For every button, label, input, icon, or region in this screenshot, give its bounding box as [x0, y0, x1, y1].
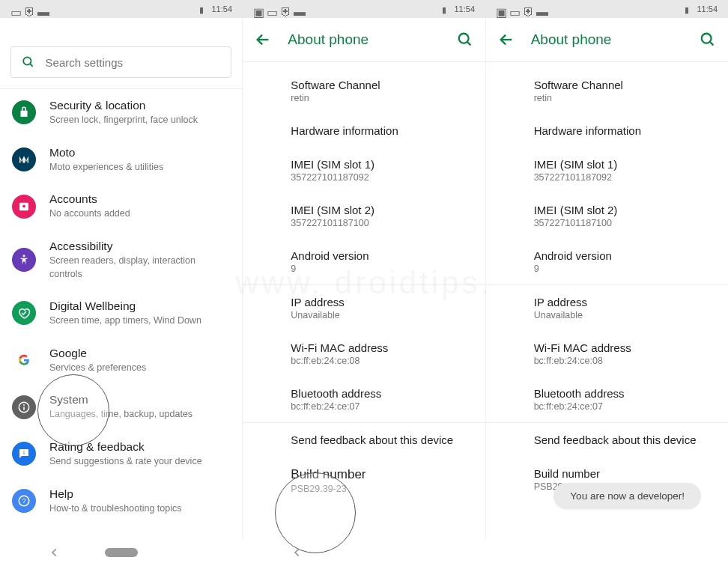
battery-icon: ▮ [199, 5, 207, 13]
about-value: retin [534, 93, 716, 103]
about-title: Android version [291, 249, 473, 262]
about-value: bc:ff:eb:24:ce:07 [534, 401, 716, 412]
about-item-bluetooth-address[interactable]: Bluetooth addressbc:ff:eb:24:ce:07 [291, 377, 485, 422]
about-panel-2: About phone Software ChannelretinHardwar… [486, 18, 728, 539]
message-icon: ▬ [294, 5, 301, 13]
screenshot-icon: ▭ [267, 5, 274, 13]
settings-item-accessibility[interactable]: Accessibility Screen readers, display, i… [0, 230, 242, 290]
nav-bar [0, 539, 728, 566]
clock-text: 11:54 [211, 4, 232, 13]
about-value: 357227101187100 [534, 218, 716, 228]
svg-text:?: ? [22, 497, 25, 505]
settings-item-google[interactable]: Google Services & preferences [0, 337, 242, 384]
about-title: Software Channel [534, 79, 716, 91]
battery-icon: ▮ [442, 5, 449, 13]
about-item-wi-fi-mac-address[interactable]: Wi-Fi MAC addressbc:ff:eb:24:ce:08 [291, 331, 485, 377]
settings-item-moto[interactable]: Moto Moto experiences & utilities [0, 136, 242, 183]
about-title: IMEI (SIM slot 2) [534, 204, 716, 216]
settings-item-accounts[interactable]: Accounts No accounts added [0, 183, 242, 230]
accessibility-icon [12, 248, 36, 272]
about-item-build-number[interactable]: Build numberPSB29.39-23 [291, 457, 485, 505]
about-item-bluetooth-address[interactable]: Bluetooth addressbc:ff:eb:24:ce:07 [534, 377, 728, 422]
about-value: PSB29.39-23 [291, 484, 473, 494]
settings-item-digital-wellbeing[interactable]: Digital Wellbeing Screen time, app timer… [0, 290, 242, 337]
about-value: bc:ff:eb:24:ce:07 [291, 401, 473, 412]
about-item-ip-address[interactable]: IP addressUnavailable [534, 285, 728, 331]
item-title: Rating & feedback [49, 439, 230, 454]
about-item-hardware-information[interactable]: Hardware information [534, 114, 728, 147]
about-item-send-feedback-about-this-device[interactable]: Send feedback about this device [291, 423, 485, 457]
svg-point-13 [458, 34, 468, 43]
image-icon: ▣ [496, 5, 503, 13]
image-icon: ▣ [253, 5, 261, 13]
developer-toast: You are now a developer! [553, 483, 701, 509]
svg-point-6 [23, 404, 25, 406]
about-item-imei-sim-slot-1-[interactable]: IMEI (SIM slot 1)357227101187092 [291, 147, 485, 193]
settings-item-help[interactable]: ? Help How-to & troubleshooting topics [0, 478, 242, 525]
shield-icon: ⛨ [523, 5, 530, 13]
svg-line-1 [30, 64, 33, 67]
item-title: Digital Wellbeing [49, 299, 230, 314]
settings-item-system[interactable]: System Languages, time, backup, updates [0, 383, 242, 430]
about-title: IMEI (SIM slot 1) [534, 158, 716, 171]
about-item-ip-address[interactable]: IP addressUnavailable [291, 285, 485, 331]
about-item-software-channel[interactable]: Software Channelretin [534, 68, 728, 114]
settings-item-rating-feedback[interactable]: Rating & feedback Send suggestions & rat… [0, 430, 242, 478]
about-item-android-version[interactable]: Android version9 [291, 239, 485, 284]
item-title: Moto [49, 145, 230, 160]
about-item-android-version[interactable]: Android version9 [534, 239, 728, 284]
about-panel-1: About phone Software ChannelretinHardwar… [243, 18, 485, 539]
settings-panel: Security & location Screen lock, fingerp… [0, 18, 243, 539]
about-list[interactable]: Software ChannelretinHardware informatio… [486, 62, 728, 539]
search-icon[interactable] [457, 31, 473, 48]
search-icon [22, 55, 35, 70]
svg-point-3 [22, 204, 25, 207]
about-item-software-channel[interactable]: Software Channelretin [291, 68, 485, 114]
search-box[interactable] [10, 46, 231, 78]
search-input[interactable] [46, 56, 221, 69]
svg-point-0 [23, 57, 31, 64]
about-title: Build number [534, 467, 716, 480]
about-list[interactable]: Software ChannelretinHardware informatio… [243, 62, 485, 539]
search-icon[interactable] [700, 31, 716, 48]
page-title: About phone [288, 31, 440, 48]
settings-list[interactable]: Security & location Screen lock, fingerp… [0, 89, 242, 539]
item-subtitle: Services & preferences [49, 362, 230, 375]
svg-point-16 [702, 34, 712, 43]
item-title: System [49, 392, 230, 407]
message-icon: ▬ [536, 5, 544, 13]
svg-point-4 [23, 255, 25, 257]
lock-icon [12, 100, 36, 124]
back-icon[interactable] [498, 31, 515, 48]
message-icon: ▬ [37, 5, 45, 13]
about-item-imei-sim-slot-2-[interactable]: IMEI (SIM slot 2)357227101187100 [534, 193, 728, 239]
about-value: 357227101187100 [291, 218, 473, 228]
back-icon[interactable] [255, 31, 271, 48]
item-title: Help [49, 487, 230, 502]
item-title: Accounts [49, 192, 230, 207]
help-icon: ? [12, 489, 36, 513]
about-item-hardware-information[interactable]: Hardware information [291, 114, 485, 147]
item-subtitle: Screen time, app timers, Wind Down [49, 314, 230, 328]
about-title: IMEI (SIM slot 1) [291, 158, 473, 171]
about-item-send-feedback-about-this-device[interactable]: Send feedback about this device [534, 423, 728, 457]
about-title: Android version [534, 249, 716, 262]
about-item-wi-fi-mac-address[interactable]: Wi-Fi MAC addressbc:ff:eb:24:ce:08 [534, 331, 728, 377]
about-title: IP address [291, 296, 473, 308]
accounts-icon [12, 195, 36, 219]
item-title: Google [49, 346, 230, 361]
info-icon [12, 395, 36, 419]
about-item-imei-sim-slot-2-[interactable]: IMEI (SIM slot 2)357227101187100 [291, 193, 485, 239]
svg-rect-9 [23, 454, 24, 455]
about-title: Wi-Fi MAC address [534, 341, 716, 354]
nav-back-icon[interactable] [292, 547, 303, 558]
nav-home-pill[interactable] [105, 548, 138, 557]
svg-line-14 [467, 42, 470, 46]
about-value: 357227101187092 [534, 172, 716, 183]
screenshot-icon: ▭ [509, 5, 517, 13]
settings-item-security-location[interactable]: Security & location Screen lock, fingerp… [0, 89, 242, 136]
svg-point-8 [23, 451, 25, 453]
nav-back-icon[interactable] [49, 547, 60, 558]
about-item-imei-sim-slot-1-[interactable]: IMEI (SIM slot 1)357227101187092 [534, 147, 728, 193]
about-title: Wi-Fi MAC address [291, 341, 473, 354]
